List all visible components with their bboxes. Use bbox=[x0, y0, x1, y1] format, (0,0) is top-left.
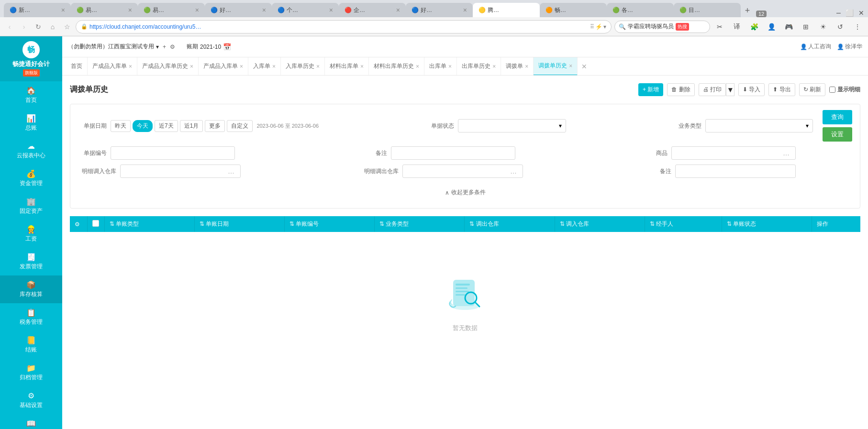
goods-ellipsis[interactable]: … bbox=[781, 149, 791, 157]
forward-button[interactable]: › bbox=[18, 21, 30, 33]
company-selector[interactable]: （勿删勿禁用）江西服宝测试专用 ▾ bbox=[68, 43, 159, 51]
close-outbound-hist[interactable]: × bbox=[492, 63, 496, 70]
th-out-warehouse[interactable]: ⇅ 调出仓库 bbox=[465, 216, 555, 232]
back-button[interactable]: ‹ bbox=[4, 21, 15, 33]
close-material-out-hist[interactable]: × bbox=[416, 63, 419, 70]
browser-tab-11[interactable]: 🟢 目… bbox=[674, 3, 741, 17]
page-tab-outbound-hist[interactable]: 出库单历史 × bbox=[457, 57, 501, 76]
tab-close-6[interactable]: × bbox=[396, 6, 400, 14]
page-tab-home[interactable]: 首页 bbox=[66, 57, 88, 76]
goods-select[interactable]: … bbox=[671, 146, 796, 160]
sidebar-item-invoice[interactable]: 🧾 发票管理 bbox=[0, 248, 62, 275]
delete-button[interactable]: 🗑 删除 bbox=[667, 83, 694, 96]
reload-button[interactable]: ↻ bbox=[33, 21, 44, 33]
window-close-btn[interactable]: ✕ bbox=[858, 9, 864, 17]
date-btn-today[interactable]: 今天 bbox=[133, 120, 153, 132]
browser-search-bar[interactable]: 🔍 学霸应聘场驱鸟员 热搜 bbox=[614, 21, 710, 33]
browser-tab-4[interactable]: 🔵 好… × bbox=[205, 3, 272, 17]
bookmark-button[interactable]: ☆ bbox=[61, 21, 73, 33]
biz-type-select[interactable]: ▾ bbox=[705, 119, 813, 132]
import-button[interactable]: ⬇ 导入 bbox=[738, 83, 765, 96]
th-in-warehouse[interactable]: ⇅ 调入仓库 bbox=[555, 216, 645, 232]
close-product-inbound[interactable]: × bbox=[129, 63, 132, 70]
th-gear[interactable]: ⚙ bbox=[70, 216, 87, 232]
undo-icon[interactable]: ↺ bbox=[834, 20, 847, 33]
settings-button[interactable]: 设置 bbox=[823, 127, 852, 142]
th-checkbox[interactable] bbox=[87, 216, 104, 232]
tab-close-3[interactable]: × bbox=[195, 6, 199, 14]
consult-btn[interactable]: 👤 人工咨询 bbox=[800, 43, 831, 51]
close-product-inbound2[interactable]: × bbox=[240, 63, 243, 70]
tab-close-1[interactable]: × bbox=[61, 6, 65, 14]
print-dropdown-icon[interactable]: ▾ bbox=[726, 83, 734, 96]
extension-icon[interactable]: 🧩 bbox=[747, 20, 761, 33]
close-all-tabs-btn[interactable]: ✕ bbox=[578, 63, 591, 70]
page-tab-material-out[interactable]: 材料出库单 × bbox=[325, 57, 369, 76]
sidebar-item-ledger[interactable]: 📊 总账 bbox=[0, 109, 62, 137]
date-btn-1month[interactable]: 近1月 bbox=[180, 120, 203, 132]
sidebar-item-inventory[interactable]: 📦 库存核算 bbox=[0, 275, 62, 303]
browser-tab-9[interactable]: 🟠 畅… bbox=[540, 3, 607, 17]
sidebar-item-assets[interactable]: 🏢 固定资产 bbox=[0, 192, 62, 220]
export-button[interactable]: ⬆ 导出 bbox=[768, 83, 795, 96]
th-type[interactable]: ⇅ 单账类型 bbox=[104, 216, 194, 232]
query-button[interactable]: 查询 bbox=[823, 110, 852, 124]
th-handler[interactable]: ⇅ 经手人 bbox=[645, 216, 722, 232]
more-icon[interactable]: ⋮ bbox=[851, 20, 864, 33]
remark2-input[interactable] bbox=[675, 165, 796, 178]
window-minimize-btn[interactable]: – bbox=[836, 9, 841, 17]
tab-close-4[interactable]: × bbox=[262, 6, 266, 14]
window-maximize-btn[interactable]: ⬜ bbox=[846, 9, 854, 17]
browser-tab-1[interactable]: 🔵 新… × bbox=[4, 3, 71, 17]
date-btn-custom[interactable]: 自定义 bbox=[227, 120, 253, 132]
close-outbound[interactable]: × bbox=[448, 63, 452, 70]
sidebar-item-funds[interactable]: 💰 资金管理 bbox=[0, 165, 62, 192]
th-date[interactable]: ⇅ 单账日期 bbox=[194, 216, 284, 232]
lightning-icon[interactable]: ⚡ bbox=[595, 23, 602, 30]
status-select[interactable]: ▾ bbox=[458, 119, 566, 132]
date-btn-more[interactable]: 更多 bbox=[205, 120, 225, 132]
sidebar-item-close[interactable]: 📒 结账 bbox=[0, 331, 62, 359]
select-all-checkbox[interactable] bbox=[92, 220, 99, 227]
scissors-icon[interactable]: ✂ bbox=[713, 20, 726, 33]
translate-icon[interactable]: 译 bbox=[730, 20, 744, 33]
close-inbound[interactable]: × bbox=[272, 63, 276, 70]
sidebar-item-settings[interactable]: ⚙ 基础设置 bbox=[0, 386, 62, 414]
date-btn-7days[interactable]: 近7天 bbox=[155, 120, 178, 132]
page-tab-material-out-hist[interactable]: 材料出库单历史 × bbox=[369, 57, 424, 76]
home-button[interactable]: ⌂ bbox=[47, 21, 58, 33]
print-button[interactable]: 🖨 打印 bbox=[699, 83, 726, 96]
close-product-inbound-hist[interactable]: × bbox=[190, 63, 193, 70]
close-inbound-hist[interactable]: × bbox=[316, 63, 320, 70]
new-tab-button[interactable]: + bbox=[741, 4, 754, 17]
calendar-icon[interactable]: 📅 bbox=[223, 43, 231, 51]
th-biz-type[interactable]: ⇅ 业务类型 bbox=[375, 216, 465, 232]
browser-tab-6[interactable]: 🔴 企… × bbox=[339, 3, 406, 17]
remark-input[interactable] bbox=[391, 146, 515, 160]
th-status[interactable]: ⇅ 单账状态 bbox=[722, 216, 812, 232]
browser-tab-7[interactable]: 🔵 好… × bbox=[406, 3, 473, 17]
company-settings-btn[interactable]: ⚙ bbox=[170, 44, 175, 50]
to-ellipsis[interactable]: … bbox=[508, 167, 519, 175]
refresh-button[interactable]: ↻ 刷新 bbox=[799, 83, 825, 96]
tab-close-5[interactable]: × bbox=[329, 6, 333, 14]
dropdown-icon[interactable]: ▾ bbox=[603, 23, 606, 30]
close-material-out[interactable]: × bbox=[360, 63, 364, 70]
close-transfer[interactable]: × bbox=[525, 63, 528, 70]
to-warehouse-select[interactable]: … bbox=[402, 165, 523, 178]
tab-close-7[interactable]: × bbox=[463, 6, 467, 14]
page-tab-transfer[interactable]: 调拨单 × bbox=[501, 57, 534, 76]
page-tab-inbound[interactable]: 入库单 × bbox=[248, 57, 281, 76]
gear-icon[interactable]: ⚙ bbox=[75, 221, 80, 228]
brightness-icon[interactable]: ☀ bbox=[816, 20, 830, 33]
grid-icon[interactable]: ⊞ bbox=[799, 20, 812, 33]
user-btn[interactable]: 👤 徐泽华 bbox=[837, 43, 862, 51]
add-company-btn[interactable]: + bbox=[163, 44, 166, 50]
display-checkbox[interactable] bbox=[829, 87, 835, 93]
page-tab-product-inbound2[interactable]: 产成品入库单 × bbox=[199, 57, 248, 76]
close-transfer-hist[interactable]: × bbox=[569, 63, 572, 69]
from-ellipsis[interactable]: … bbox=[226, 167, 236, 175]
page-tab-product-inbound[interactable]: 产成品入库单 × bbox=[88, 57, 137, 76]
gaming-icon[interactable]: 🎮 bbox=[782, 20, 795, 33]
date-btn-yesterday[interactable]: 昨天 bbox=[111, 120, 131, 132]
